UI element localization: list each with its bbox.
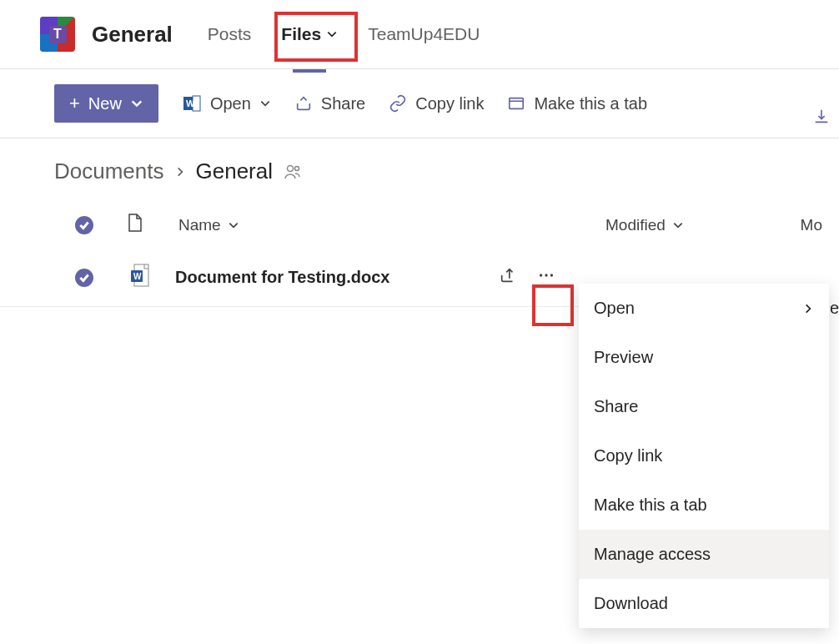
word-icon: W bbox=[182, 93, 202, 113]
copy-link-button[interactable]: Copy link bbox=[389, 94, 484, 113]
copy-link-label: Copy link bbox=[415, 94, 484, 113]
tab-files[interactable]: Files bbox=[278, 18, 341, 51]
people-icon bbox=[283, 162, 303, 182]
breadcrumb: Documents General bbox=[0, 138, 839, 201]
toolbar: + New W Open Share Copy link bbox=[0, 69, 839, 138]
share-file-button[interactable] bbox=[499, 266, 517, 289]
context-menu: Open Preview Share Copy link Make this a… bbox=[579, 284, 829, 628]
svg-point-10 bbox=[545, 274, 547, 276]
menu-make-tab[interactable]: Make this a tab bbox=[579, 480, 829, 530]
more-options-button[interactable] bbox=[537, 266, 555, 289]
svg-text:W: W bbox=[186, 98, 195, 108]
download-toolbar-button[interactable] bbox=[812, 107, 831, 128]
modified-by-column-header[interactable]: Mo bbox=[789, 216, 822, 234]
plus-icon: + bbox=[69, 93, 80, 114]
svg-text:W: W bbox=[133, 272, 142, 281]
word-file-icon: W bbox=[130, 264, 150, 287]
modified-by-column-label: Mo bbox=[801, 216, 822, 234]
share-icon bbox=[499, 266, 517, 284]
svg-point-11 bbox=[550, 274, 553, 276]
document-icon bbox=[127, 213, 143, 233]
svg-point-4 bbox=[288, 165, 294, 171]
menu-download-label: Download bbox=[594, 594, 668, 613]
chevron-right-icon bbox=[174, 166, 186, 178]
download-icon bbox=[812, 107, 831, 125]
link-icon bbox=[389, 94, 407, 113]
file-type-column bbox=[127, 213, 150, 237]
svg-point-9 bbox=[540, 274, 542, 276]
modified-column-header[interactable]: Modified bbox=[605, 216, 772, 234]
checkmark-icon bbox=[78, 272, 90, 284]
channel-title: General bbox=[92, 22, 173, 48]
menu-share-label: Share bbox=[594, 397, 638, 416]
share-button[interactable]: Share bbox=[294, 94, 365, 113]
menu-share[interactable]: Share bbox=[579, 382, 829, 431]
make-tab-button[interactable]: Make this a tab bbox=[507, 94, 647, 113]
channel-avatar: T bbox=[40, 17, 75, 52]
file-name[interactable]: Document for Testing.docx bbox=[175, 268, 482, 287]
channel-header: T General Posts Files TeamUp4EDU bbox=[0, 0, 839, 69]
table-header: Name Modified Mo bbox=[0, 201, 839, 249]
new-button-label: New bbox=[88, 94, 122, 113]
file-type-icon: W bbox=[130, 264, 150, 291]
share-label: Share bbox=[321, 94, 365, 113]
row-overflow-text: e bbox=[830, 299, 839, 318]
new-button[interactable]: + New bbox=[54, 84, 158, 123]
menu-open-label: Open bbox=[594, 299, 635, 318]
tabs: Posts Files TeamUp4EDU bbox=[204, 18, 484, 51]
breadcrumb-current: General bbox=[196, 158, 274, 184]
menu-manage-access[interactable]: Manage access bbox=[579, 530, 829, 579]
chevron-down-icon bbox=[259, 98, 271, 109]
name-column-header[interactable]: Name bbox=[178, 216, 589, 234]
row-checkbox[interactable] bbox=[75, 269, 98, 287]
ellipsis-icon bbox=[537, 266, 555, 284]
chevron-down-icon bbox=[130, 97, 143, 110]
tab-files-label: Files bbox=[281, 24, 321, 44]
menu-open[interactable]: Open bbox=[579, 284, 829, 333]
menu-make-tab-label: Make this a tab bbox=[594, 496, 707, 515]
menu-preview-label: Preview bbox=[594, 348, 653, 367]
svg-point-5 bbox=[295, 166, 299, 170]
file-actions bbox=[499, 266, 555, 289]
select-all-checkbox[interactable] bbox=[75, 216, 98, 234]
checkmark-icon bbox=[78, 219, 90, 231]
breadcrumb-root[interactable]: Documents bbox=[54, 158, 164, 184]
chevron-down-icon bbox=[228, 219, 239, 231]
open-label: Open bbox=[210, 94, 251, 113]
tab-teamup4edu[interactable]: TeamUp4EDU bbox=[364, 18, 483, 51]
name-column-label: Name bbox=[178, 216, 221, 234]
chevron-right-icon bbox=[802, 303, 814, 314]
menu-download[interactable]: Download bbox=[579, 579, 829, 628]
svg-rect-3 bbox=[510, 98, 524, 109]
menu-copy-link-label: Copy link bbox=[594, 446, 662, 465]
menu-copy-link[interactable]: Copy link bbox=[579, 431, 829, 480]
chevron-down-icon bbox=[326, 28, 338, 40]
tab-icon bbox=[507, 94, 525, 113]
modified-column-label: Modified bbox=[605, 216, 666, 234]
tab-posts[interactable]: Posts bbox=[204, 18, 255, 51]
menu-manage-access-label: Manage access bbox=[594, 545, 711, 564]
chevron-down-icon bbox=[672, 219, 684, 231]
open-button[interactable]: W Open bbox=[182, 93, 271, 113]
share-icon bbox=[294, 94, 313, 113]
make-tab-label: Make this a tab bbox=[534, 94, 647, 113]
menu-preview[interactable]: Preview bbox=[579, 333, 829, 382]
